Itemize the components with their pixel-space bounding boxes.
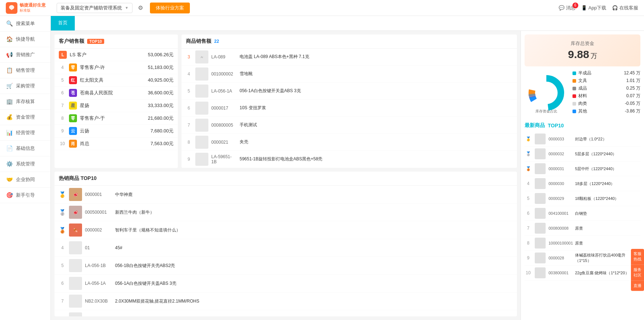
app-label: App下载: [588, 5, 606, 11]
inventory-amount: 9.88: [568, 48, 589, 60]
messages-item[interactable]: 💬 消息 6: [559, 5, 575, 11]
sidebar-item-operation[interactable]: 📊 经营管理: [0, 125, 50, 141]
online-service-item[interactable]: 🎧 在线客服: [612, 5, 638, 11]
list-item: 🥉 0000031 5层中纤（1220*2440）: [525, 161, 640, 176]
table-row: 3 Ai LA-089 电池盖 LA-089 ABS本色+黑种 7.1克: [182, 49, 517, 66]
table-row: 4 001000002 雪地靴: [182, 66, 517, 83]
list-item: 7 NB2.0X30B 2.0X30MM双搓花轴,搓花直径2.1MM/ROHS: [54, 292, 517, 310]
hot-name-3: 智利车子里（规格不知道填什么）: [115, 227, 513, 233]
sidebar-item-search-menu[interactable]: 🔍 搜索菜单: [0, 16, 50, 32]
product-name-4: 10S 变扭罗浆: [240, 105, 513, 111]
medal-3-icon: 🥉: [59, 227, 66, 234]
latest-img-5: [535, 193, 546, 204]
hot-code-2: 000500001: [85, 210, 112, 215]
latest-img-2: [535, 148, 546, 159]
sidebar-item-system[interactable]: ⚙️ 系统管理: [0, 156, 50, 172]
search-icon: 🔍: [6, 20, 13, 27]
product-name-3: 056-1A白色按键开关盖ABS 3克: [240, 88, 513, 94]
latest-badge: TOP10: [548, 123, 564, 128]
sales-icon: 📋: [6, 67, 13, 74]
float-btn-community[interactable]: 服务社区: [631, 265, 644, 281]
latest-name-6: 白钢垫: [575, 211, 640, 216]
rank-medal-8: 肖: [69, 140, 77, 148]
legend-item-wenju: 文具 1.01 万: [572, 78, 640, 84]
float-btn-service[interactable]: 客服热线: [631, 249, 644, 265]
latest-img-3: [535, 163, 546, 174]
latest-code-7: 000800008: [549, 226, 572, 230]
product-name-5: 手机测试: [240, 122, 513, 128]
settings-icon[interactable]: ⚙: [135, 3, 146, 13]
rank-medal-5: 星: [69, 102, 77, 110]
medal-2-icon: 🥈: [59, 209, 66, 216]
rank-7-label: 7: [59, 299, 66, 304]
hot-name-5: 056-1B白色按键开关壳ABS2壳: [115, 263, 513, 269]
hot-name-2: 新西兰牛肉（新牛）: [115, 209, 513, 216]
list-item: 🥈 0000032 5层多层（1220*2440）: [525, 147, 640, 161]
list-item: 8 10000100001 原查: [525, 236, 640, 251]
message-badge: 6: [572, 3, 578, 8]
hot-code-3: 0000002: [85, 227, 112, 233]
product-code-1: LA-089: [211, 54, 237, 60]
tab-home[interactable]: 首页: [51, 16, 75, 30]
logo-line1: 畅捷通好生意: [20, 3, 46, 8]
latest-img-7: [535, 223, 546, 234]
latest-code-10: 003800001: [549, 271, 572, 275]
product-sales-title: 商品销售额: [186, 38, 211, 45]
hot-img-4: [69, 241, 82, 254]
inventory-amount-block: 9.88 万: [530, 48, 635, 61]
system-name-selector[interactable]: 装备及固定资产辅助管理系统 ▼: [57, 3, 133, 13]
sidebar-item-purchase[interactable]: 🛒 采购管理: [0, 78, 50, 94]
hot-code-5: LA-056-1B: [85, 263, 112, 268]
product-img-0017: [195, 102, 208, 115]
customer-name-6: 零售客户-于: [80, 115, 145, 122]
legend-item-roulei: 肉类 -0.05 万: [572, 100, 640, 107]
rank-medal-2: 零: [69, 63, 77, 71]
hot-code-7: NB2.0X30B: [85, 299, 112, 304]
product-sales-count: 22: [214, 39, 219, 44]
basic-icon: 📄: [6, 145, 13, 152]
content-area: 首页 客户销售额 TOP10: [51, 16, 644, 320]
latest-title: 最新商品: [525, 122, 545, 129]
main-content: 客户销售额 TOP10 L LS 客户 53,006.26元: [51, 31, 644, 320]
top-row: 客户销售额 TOP10 L LS 客户 53,006.26元: [54, 34, 517, 168]
product-code-5: 000800005: [211, 123, 237, 128]
legend-item-chengpin: 成品 0.25 万: [572, 85, 640, 91]
table-row: L LS 客户 53,006.26元: [54, 49, 178, 61]
product-img-8005: [195, 119, 208, 132]
inventory-chart-section: 库存资金占比 半成品 12.45 万 文具 1.01 万 成品: [525, 70, 640, 116]
sidebar-item-quick-nav[interactable]: 🏠 快捷导航: [0, 32, 50, 47]
sidebar-item-guide[interactable]: 🎯 新手引导: [0, 188, 50, 203]
sidebar-item-sales[interactable]: 📋 销售管理: [0, 63, 50, 78]
legend-item-other: 其他 -3.86 万: [572, 108, 640, 114]
trial-button[interactable]: 体验行业方案: [150, 3, 190, 13]
float-btn-live[interactable]: 直播: [631, 281, 644, 291]
sidebar-item-enterprise[interactable]: 🤝 企业协同: [0, 172, 50, 188]
inventory-label: 库存总资金: [530, 40, 635, 47]
latest-img-10: [535, 267, 546, 278]
top-header: 畅捷通好生意 标准版 装备及固定资产辅助管理系统 ▼ ⚙ 体验行业方案 💬 消息…: [0, 0, 644, 16]
system-name-label: 装备及固定资产辅助管理系统: [61, 5, 122, 11]
sidebar-item-basic[interactable]: 📄 基础信息: [0, 141, 50, 156]
sidebar-item-finance[interactable]: 💰 资金管理: [0, 110, 50, 125]
customer-name-3: 红太阳文具: [80, 77, 145, 83]
list-item: 4 0000030 18多层（1220*2440）: [525, 176, 640, 191]
product-code-6: 0000021: [211, 140, 237, 145]
list-item: 8 0000011 12070519-xs: [54, 310, 517, 316]
app-download-item[interactable]: 📱 App下载: [581, 5, 606, 11]
hot-code-6: LA-056-1A: [85, 281, 112, 286]
customer-name-4: 苍南县人民医院: [80, 90, 145, 96]
latest-img-8: [535, 238, 546, 249]
hot-code-1: 0000001: [85, 192, 112, 197]
sidebar-item-marketing[interactable]: 📢 营销推广: [0, 47, 50, 63]
customer-amount-6: 21,680.00元: [148, 115, 174, 122]
sidebar-label-sales: 销售管理: [16, 67, 35, 74]
sidebar-label-purchase: 采购管理: [16, 83, 35, 89]
product-sales-panel: 商品销售额 22 3 Ai LA-089 电池盖 LA-089 ABS本色+黑种…: [182, 34, 517, 168]
latest-code-5: 0000029: [549, 196, 572, 201]
hot-products-header: 热销商品 TOP10: [54, 172, 517, 186]
table-row: 8 零 零售客户-于 21,680.00元: [54, 112, 178, 125]
hot-name-1: 中华神鹿: [115, 192, 513, 198]
sidebar-item-inventory[interactable]: 🏢 库存核算: [0, 94, 50, 110]
list-item: 5 LA-056-1B 056-1B白色按键开关壳ABS2壳: [54, 257, 517, 275]
list-item: 🥇 0000033 封边带（1.0*22）: [525, 132, 640, 147]
